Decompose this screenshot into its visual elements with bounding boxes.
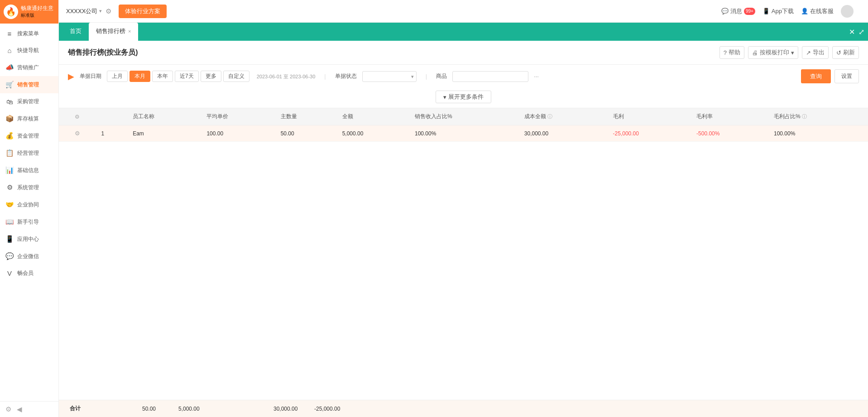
- membership-icon: V: [5, 269, 14, 277]
- sidebar-item-operations[interactable]: 📋 经营管理: [0, 144, 58, 162]
- message-btn[interactable]: 💬 消息 99+: [721, 7, 755, 15]
- expand-more-btn[interactable]: ▾ 展开更多条件: [436, 91, 491, 103]
- sidebar-item-search-menu[interactable]: ≡ 搜索菜单: [0, 25, 58, 42]
- goods-input[interactable]: [452, 71, 528, 82]
- app-download-btn[interactable]: 📱 App下载: [762, 7, 794, 15]
- cell-gross-pct-0: 100.00%: [768, 125, 868, 142]
- cell-settings-0[interactable]: ⚙: [59, 125, 96, 142]
- table-area: ⚙ 员工名称 平均单价 主数量 全额 销售收入占比% 成本全额 ⓘ 毛利 毛利率…: [59, 108, 868, 400]
- guide-icon: 📖: [5, 218, 14, 226]
- sidebar-item-marketing[interactable]: 📣 营销推广: [0, 59, 58, 76]
- sidebar-item-sales[interactable]: 🛒 销售管理: [0, 76, 58, 93]
- this-month-btn[interactable]: 本月: [129, 71, 150, 82]
- template-print-label: 按模板打印: [760, 48, 789, 57]
- weixin-icon: 💬: [5, 252, 14, 260]
- sidebar-item-purchase[interactable]: 🛍 采购管理: [0, 93, 58, 110]
- message-label: 消息: [730, 7, 742, 15]
- settings-bottom-icon[interactable]: ⚙: [5, 405, 11, 413]
- online-service-icon: 👤: [801, 8, 808, 14]
- export-icon: ↗: [806, 49, 811, 56]
- export-btn[interactable]: ↗ 导出: [802, 46, 829, 59]
- refresh-label: 刷新: [843, 48, 855, 57]
- app-download-icon: 📱: [762, 8, 770, 14]
- system-icon: ⚙: [5, 183, 14, 192]
- filter-sep2: |: [426, 73, 427, 80]
- date-label: 单据日期: [80, 72, 101, 80]
- query-btn[interactable]: 查询: [801, 69, 831, 83]
- sidebar-item-cooperation[interactable]: 🤝 企业协同: [0, 196, 58, 213]
- cooperation-icon: 🤝: [5, 201, 14, 209]
- col-gross: 毛利: [608, 108, 691, 125]
- tab-close-icon[interactable]: ×: [128, 29, 131, 34]
- quick-nav-label: 快捷导航: [17, 47, 39, 54]
- sidebar-item-quick-nav[interactable]: ⌂ 快捷导航: [0, 42, 58, 59]
- tab-close-window-icon[interactable]: ✕: [849, 28, 855, 36]
- custom-btn[interactable]: 自定义: [223, 71, 249, 82]
- col-settings[interactable]: ⚙: [59, 108, 96, 125]
- gross-pct-info-icon[interactable]: ⓘ: [802, 114, 807, 119]
- settings-btn[interactable]: 设置: [834, 69, 859, 83]
- footer-gross: -25,000.00: [309, 406, 350, 412]
- cost-info-icon[interactable]: ⓘ: [547, 114, 552, 119]
- tab-sales-rank[interactable]: 销售排行榜 ×: [89, 23, 138, 41]
- sidebar-logo: 🔥 畅康通好生意 标准版: [0, 0, 58, 24]
- table-row: ⚙ 1 Eam 100.00 50.00 5,000.00 100.00% 30…: [59, 125, 868, 142]
- sidebar-item-finance[interactable]: 💰 资金管理: [0, 127, 58, 144]
- table-header-row: ⚙ 员工名称 平均单价 主数量 全额 销售收入占比% 成本全额 ⓘ 毛利 毛利率…: [59, 108, 868, 125]
- col-gross-rate: 毛利率: [691, 108, 768, 125]
- col-name: 员工名称: [127, 108, 201, 125]
- sidebar-item-guide[interactable]: 📖 新手引导: [0, 213, 58, 230]
- finance-label: 资金管理: [17, 132, 39, 140]
- trial-btn[interactable]: 体验行业方案: [119, 5, 167, 18]
- operations-icon: 📋: [5, 149, 14, 157]
- app-center-label: 应用中心: [17, 235, 39, 243]
- message-icon: 💬: [721, 8, 729, 14]
- online-service-btn[interactable]: 👤 在线客服: [801, 7, 834, 15]
- filter-dots[interactable]: ···: [534, 73, 539, 80]
- cell-cost-0: 30,000.00: [519, 125, 608, 142]
- filter-sep1: |: [324, 73, 326, 80]
- cell-amount-0: 5,000.00: [337, 125, 409, 142]
- col-cost: 成本全额 ⓘ: [519, 108, 608, 125]
- sidebar-bottom: ⚙ ◀: [0, 401, 58, 417]
- sales-label: 销售管理: [17, 81, 39, 89]
- app-download-label: App下载: [772, 7, 794, 15]
- tab-maximize-icon[interactable]: ⤢: [858, 28, 864, 36]
- template-print-btn[interactable]: 🖨 按模板打印 ▾: [748, 46, 798, 59]
- footer-cost: 30,000.00: [268, 406, 309, 412]
- last7-btn[interactable]: 近7天: [175, 71, 199, 82]
- topbar-gear-icon[interactable]: ⚙: [106, 7, 111, 15]
- col-avg-price: 平均单价: [201, 108, 275, 125]
- this-year-btn[interactable]: 本年: [152, 71, 173, 82]
- sidebar-item-weixin[interactable]: 💬 企业微信: [0, 248, 58, 265]
- quick-nav-icon: ⌂: [5, 47, 14, 54]
- sales-icon: 🛒: [5, 81, 14, 89]
- page-header: 销售排行榜(按业务员) ? 帮助 🖨 按模板打印 ▾ ↗ 导出 ↺ 刷新: [59, 41, 868, 65]
- tab-sales-rank-label: 销售排行榜: [96, 27, 125, 35]
- tabbar: 首页 销售排行榜 × ✕ ⤢: [59, 23, 868, 41]
- company-selector[interactable]: XXXXX公司 ▾: [66, 7, 102, 15]
- sidebar-item-inventory[interactable]: 📦 库存核算: [0, 110, 58, 127]
- sidebar-item-app-center[interactable]: 📱 应用中心: [0, 230, 58, 248]
- sidebar-item-basic-info[interactable]: 📊 基础信息: [0, 162, 58, 179]
- avatar[interactable]: [841, 5, 854, 18]
- cell-rank-0: 1: [96, 125, 128, 142]
- col-gross-pct: 毛利占比% ⓘ: [768, 108, 868, 125]
- collapse-icon[interactable]: ◀: [17, 405, 22, 413]
- purchase-label: 采购管理: [17, 98, 39, 105]
- refresh-btn[interactable]: ↺ 刷新: [832, 46, 859, 59]
- online-service-label: 在线客服: [810, 7, 834, 15]
- status-select[interactable]: [362, 71, 417, 82]
- page-actions: ? 帮助 🖨 按模板打印 ▾ ↗ 导出 ↺ 刷新: [719, 46, 859, 59]
- content-area: 销售排行榜(按业务员) ? 帮助 🖨 按模板打印 ▾ ↗ 导出 ↺ 刷新: [59, 41, 868, 417]
- more-btn[interactable]: 更多: [201, 71, 221, 82]
- sidebar-item-membership[interactable]: V 畅会员: [0, 265, 58, 282]
- date-btns: 上月 本月 本年 近7天 更多 自定义: [107, 71, 249, 82]
- filter-expand-icon[interactable]: ▶: [68, 72, 74, 81]
- last-month-btn[interactable]: 上月: [107, 71, 128, 82]
- date-range: 2023-06-01 至 2023-06-30: [257, 73, 316, 80]
- sidebar-item-system[interactable]: ⚙ 系统管理: [0, 179, 58, 196]
- help-btn[interactable]: ? 帮助: [719, 46, 744, 59]
- system-label: 系统管理: [17, 184, 39, 192]
- tab-home[interactable]: 首页: [62, 23, 89, 41]
